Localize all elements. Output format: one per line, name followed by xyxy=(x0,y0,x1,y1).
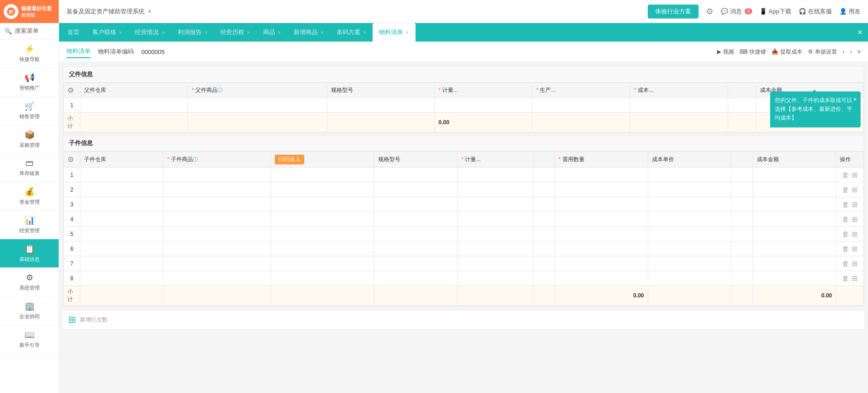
close-all-tabs-icon[interactable]: × xyxy=(857,28,862,37)
tab-new-goods-close[interactable]: × xyxy=(320,30,323,35)
child-row-2-warehouse[interactable] xyxy=(80,182,163,197)
child-row-2-goods[interactable] xyxy=(163,182,271,197)
tab-barcode-close[interactable]: × xyxy=(363,30,366,35)
table-row: 5 🗑 ⊞ xyxy=(64,227,864,242)
scan-button[interactable]: 扫码录入 xyxy=(275,155,304,164)
try-button[interactable]: 体验行业方案 xyxy=(648,5,699,18)
sidebar-item-guide[interactable]: 📖 新手引导 xyxy=(0,325,59,354)
child-table-header: ⚙ 子件仓库 * 子件商品ⓘ 扫码录入 规格型号 * 计量... * 需用数量 … xyxy=(64,152,864,168)
parent-row-1-warehouse[interactable] xyxy=(80,98,188,113)
child-row-3-num: 3 xyxy=(64,197,80,212)
sidebar-item-system[interactable]: ⚙ 系统管理 xyxy=(0,268,59,296)
sidebar-item-enterprise[interactable]: 🏢 企业协同 xyxy=(0,296,59,325)
parent-row-1-num: 1 xyxy=(64,98,80,113)
delete-row-3-icon[interactable]: 🗑 xyxy=(842,200,849,208)
system-title-arrow: ▾ xyxy=(148,8,151,15)
delete-row-2-icon[interactable]: 🗑 xyxy=(842,186,849,193)
shortcut-label: 快捷键 xyxy=(749,48,766,56)
child-row-2-qty[interactable] xyxy=(555,182,648,197)
child-row-2-unit-cost[interactable] xyxy=(648,182,731,197)
sidebar-item-operations[interactable]: 📊 经营管理 xyxy=(0,211,59,239)
view-video-btn[interactable]: ▶ 视频 xyxy=(717,48,734,56)
guide-icon: 📖 xyxy=(24,330,35,340)
tab-bom[interactable]: 物料清单 × xyxy=(373,23,415,42)
tooltip-close-btn[interactable]: × xyxy=(853,94,857,104)
tab-new-goods[interactable]: 新增商品 × xyxy=(287,23,330,42)
child-row-2-unit[interactable] xyxy=(458,182,533,197)
tab-history[interactable]: 经营历程 × xyxy=(214,23,256,42)
tab-profit[interactable]: 利润报告 × xyxy=(171,23,214,42)
child-row-1-qty[interactable] xyxy=(555,168,648,182)
tab-customer[interactable]: 客户联络 × xyxy=(86,23,128,42)
parent-row-1-production[interactable] xyxy=(532,98,630,113)
tab-goods-close[interactable]: × xyxy=(278,30,281,35)
copy-row-5-icon[interactable]: ⊞ xyxy=(852,230,858,238)
delete-row-8-icon[interactable]: 🗑 xyxy=(842,274,849,282)
sub-tab-bom[interactable]: 物料清单 xyxy=(66,45,90,58)
child-subtotal-qty: 0.00 xyxy=(555,286,648,306)
extract-cost-btn[interactable]: 📥 提取成本 xyxy=(772,48,802,56)
parent-table: ⚙ 父件仓库 * 父件商品ⓘ 规格型号 * 计量... * 生产... * 成本… xyxy=(63,83,864,133)
tab-history-close[interactable]: × xyxy=(247,30,250,35)
copy-row-2-icon[interactable]: ⊞ xyxy=(852,186,858,194)
delete-row-1-icon[interactable]: 🗑 xyxy=(842,171,849,179)
sub-tab-bom-code[interactable]: 物料清单编码 xyxy=(98,46,134,58)
delete-row-5-icon[interactable]: 🗑 xyxy=(842,230,849,238)
app-download-item[interactable]: 📱 App下载 xyxy=(760,7,791,16)
sidebar-item-finance[interactable]: 💰 资金管理 xyxy=(0,182,59,211)
copy-row-1-icon[interactable]: ⊞ xyxy=(852,171,858,179)
child-row-2-spec[interactable] xyxy=(374,182,458,197)
user-icon: 👤 xyxy=(839,8,847,15)
tab-bom-close[interactable]: × xyxy=(406,30,409,35)
list-view-btn[interactable]: ≡ xyxy=(857,48,861,55)
child-row-1-unit[interactable] xyxy=(458,168,533,182)
tab-profit-close[interactable]: × xyxy=(205,30,207,35)
delete-row-6-icon[interactable]: 🗑 xyxy=(842,245,849,253)
child-row-1-spec[interactable] xyxy=(374,168,458,182)
doc-settings-btn[interactable]: ⚙ 单据设置 xyxy=(808,48,837,56)
copy-row-6-icon[interactable]: ⊞ xyxy=(852,245,858,253)
sidebar-item-basic-info[interactable]: 📋 基础信息 xyxy=(0,239,59,268)
parent-row-1-spec[interactable] xyxy=(327,98,434,113)
child-row-1-warehouse[interactable] xyxy=(80,168,163,182)
tab-barcode[interactable]: 条码方案 × xyxy=(330,23,373,42)
nav-next-btn[interactable]: › xyxy=(850,48,852,55)
sidebar-item-marketing[interactable]: 📢 营销推广 xyxy=(0,68,59,97)
user-item[interactable]: 👤 用友 xyxy=(839,7,861,16)
online-service-item[interactable]: 🎧 在线客服 xyxy=(799,7,832,16)
search-menu[interactable]: 🔍 搜索菜单 xyxy=(0,23,59,39)
child-row-1-action: 🗑 ⊞ xyxy=(836,168,864,182)
tab-operations[interactable]: 经营情况 × xyxy=(128,23,171,42)
sidebar-item-inventory[interactable]: 🗃 库存核算 xyxy=(0,154,59,182)
delete-row-4-icon[interactable]: 🗑 xyxy=(842,215,849,223)
purchase-icon: 📦 xyxy=(24,130,35,140)
child-settings-icon[interactable]: ⚙ xyxy=(67,156,74,163)
sidebar-item-sales[interactable]: 🛒 销售管理 xyxy=(0,97,59,125)
parent-settings-icon[interactable]: ⚙ xyxy=(67,86,74,94)
tab-goods[interactable]: 商品 × xyxy=(257,23,287,42)
parent-row-1-unit[interactable] xyxy=(434,98,532,113)
copy-row-3-icon[interactable]: ⊞ xyxy=(852,200,858,209)
main-area: 装备及固定资产辅助管理系统 ▾ 体验行业方案 ⚙ 💬 消息 6 📱 App下载 … xyxy=(59,0,868,393)
gear-icon[interactable]: ⚙ xyxy=(706,6,713,17)
tab-barcode-label: 条码方案 xyxy=(337,28,361,36)
shortcut-btn[interactable]: ⌨ 快捷键 xyxy=(740,48,766,56)
parent-row-1-cost[interactable] xyxy=(630,98,728,113)
child-row-1-goods[interactable] xyxy=(163,168,271,182)
child-row-2-amount xyxy=(753,182,836,197)
nav-prev-btn[interactable]: ‹ xyxy=(843,48,844,55)
sidebar-item-purchase[interactable]: 📦 采购管理 xyxy=(0,125,59,154)
child-row-1-unit-cost[interactable] xyxy=(648,168,731,182)
parent-row-1-goods[interactable] xyxy=(188,98,327,113)
delete-row-7-icon[interactable]: 🗑 xyxy=(842,260,849,267)
tab-customer-close[interactable]: × xyxy=(119,30,122,35)
topbar-right: 体验行业方案 ⚙ 💬 消息 6 📱 App下载 🎧 在线客服 👤 用友 xyxy=(648,5,861,18)
copy-row-7-icon[interactable]: ⊞ xyxy=(852,260,858,268)
tab-operations-close[interactable]: × xyxy=(162,30,164,35)
copy-row-4-icon[interactable]: ⊞ xyxy=(852,215,858,224)
tab-home[interactable]: 首页 xyxy=(61,23,86,42)
sidebar-item-quick-nav[interactable]: ⚡ 快捷导航 xyxy=(0,39,59,68)
add-row-icon[interactable]: ⊞ xyxy=(68,314,76,325)
message-item[interactable]: 💬 消息 6 xyxy=(721,7,752,16)
copy-row-8-icon[interactable]: ⊞ xyxy=(852,274,858,283)
